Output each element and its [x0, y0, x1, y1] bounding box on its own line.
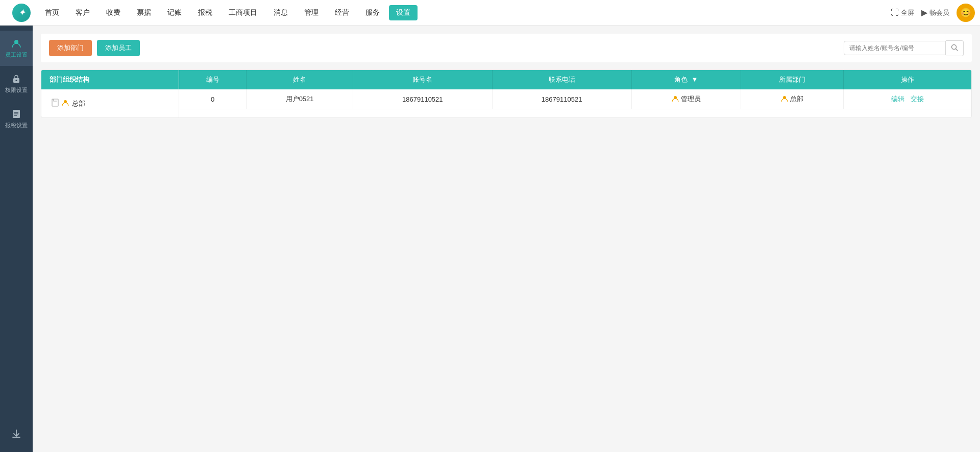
cell-name: 用户0521	[247, 89, 353, 109]
tax-settings-icon	[11, 108, 22, 120]
dept-name: 总部	[72, 99, 85, 108]
search-area	[844, 40, 964, 56]
logo-icon: ✦	[12, 4, 31, 22]
nav-item-bookkeeping[interactable]: 记账	[160, 5, 189, 20]
nav-item-fees[interactable]: 收费	[99, 5, 128, 20]
top-nav: ✦ 首页 客户 收费 票据 记账 报税 工商项目 消息 管理 经营 服务 设置 …	[0, 0, 980, 26]
vip-btn[interactable]: ▶ 畅会员	[921, 8, 949, 17]
lock-icon	[11, 73, 22, 84]
role-icon	[672, 95, 679, 104]
logo-area: ✦	[5, 4, 38, 22]
col-header-action: 操作	[843, 70, 971, 89]
nav-items: 首页 客户 收费 票据 记账 报税 工商项目 消息 管理 经营 服务 设置	[38, 5, 891, 20]
col-header-id: 编号	[179, 70, 247, 89]
dept-tree-item-hq[interactable]: 总部	[50, 94, 170, 112]
cell-dept: 总部	[741, 89, 843, 109]
sidebar-item-taxsettings[interactable]: 报税设置	[0, 101, 33, 136]
main-content: 部门组织结构	[41, 69, 972, 118]
sidebar-item-permissions-label: 权限设置	[5, 86, 28, 94]
svg-line-8	[956, 49, 958, 51]
search-input[interactable]	[844, 41, 946, 55]
svg-point-2	[16, 80, 17, 81]
cell-phone: 18679110521	[492, 89, 631, 109]
cell-id: 0	[179, 89, 247, 109]
edit-link[interactable]: 编辑	[891, 95, 904, 103]
nav-item-message[interactable]: 消息	[266, 5, 295, 20]
avatar[interactable]: 😊	[957, 4, 975, 22]
nav-item-tax[interactable]: 报税	[191, 5, 219, 20]
nav-right: ⛶ 全屏 ▶ 畅会员 😊	[891, 4, 975, 22]
vip-label: 畅会员	[929, 8, 949, 17]
sidebar-item-employee[interactable]: 员工设置	[0, 31, 33, 66]
dept-tree: 部门组织结构	[41, 70, 179, 117]
sidebar-download-btn[interactable]	[0, 421, 33, 447]
vip-icon: ▶	[921, 8, 927, 17]
cell-role: 管理员	[631, 89, 741, 109]
download-icon	[11, 429, 22, 440]
main-layout: 员工设置 权限设置 报税设置	[0, 26, 980, 452]
nav-item-client[interactable]: 客户	[68, 5, 97, 20]
nav-item-manage[interactable]: 管理	[297, 5, 326, 20]
add-emp-button[interactable]: 添加员工	[97, 40, 140, 56]
nav-item-bills[interactable]: 票据	[130, 5, 158, 20]
col-header-name: 姓名	[247, 70, 353, 89]
dept-tree-header: 部门组织结构	[41, 70, 179, 89]
svg-rect-9	[52, 99, 58, 106]
nav-item-service[interactable]: 服务	[358, 5, 387, 20]
employee-data-table: 编号 姓名 账号名 联系电话 角色 ▼ 所属部门 操作	[179, 70, 971, 109]
nav-item-settings[interactable]: 设置	[389, 5, 418, 20]
toolbar: 添加部门 添加员工	[41, 34, 972, 62]
cell-dept-icon	[781, 95, 788, 104]
col-header-account: 账号名	[353, 70, 492, 89]
add-dept-button[interactable]: 添加部门	[49, 40, 92, 56]
col-header-role[interactable]: 角色 ▼	[631, 70, 741, 89]
search-button[interactable]	[946, 40, 964, 56]
sort-icon-role: ▼	[691, 76, 698, 83]
sidebar-item-taxsettings-label: 报税设置	[5, 122, 28, 129]
sidebar-item-employee-label: 员工设置	[5, 51, 28, 59]
transfer-link[interactable]: 交接	[911, 95, 924, 103]
employee-icon	[11, 38, 22, 49]
content-area: 添加部门 添加员工 部门组织结构	[33, 26, 980, 452]
fullscreen-btn[interactable]: ⛶ 全屏	[891, 8, 914, 17]
cell-account: 18679110521	[353, 89, 492, 109]
fullscreen-icon: ⛶	[891, 8, 899, 17]
nav-item-home[interactable]: 首页	[38, 5, 66, 20]
cell-action: 编辑 交接	[843, 89, 971, 109]
search-icon	[951, 44, 958, 51]
col-header-phone: 联系电话	[492, 70, 631, 89]
dept-tree-content: 总部	[41, 89, 179, 117]
table-row: 0 用户0521 18679110521 18679110521	[179, 89, 971, 109]
nav-item-business[interactable]: 工商项目	[222, 5, 264, 20]
file-icon	[52, 99, 59, 108]
sidebar: 员工设置 权限设置 报税设置	[0, 26, 33, 452]
sidebar-item-permissions[interactable]: 权限设置	[0, 66, 33, 101]
fullscreen-label: 全屏	[901, 8, 914, 17]
dept-user-icon	[62, 99, 69, 108]
employee-table: 编号 姓名 账号名 联系电话 角色 ▼ 所属部门 操作	[179, 70, 971, 117]
nav-item-operation[interactable]: 经营	[328, 5, 356, 20]
col-header-dept: 所属部门	[741, 70, 843, 89]
